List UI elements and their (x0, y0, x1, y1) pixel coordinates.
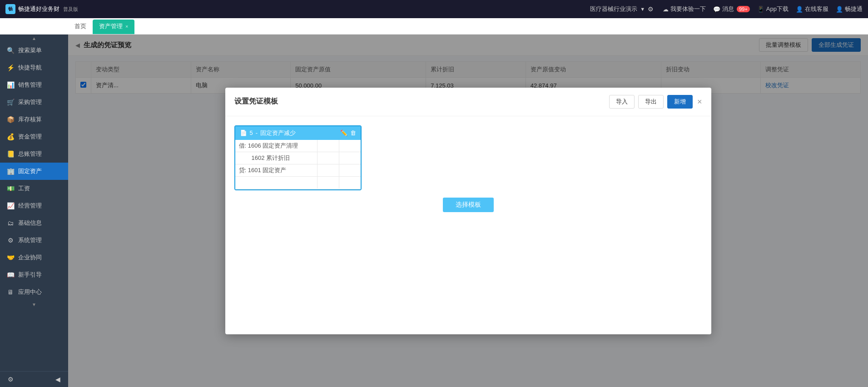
online-service-btn[interactable]: 👤 在线客服 (796, 5, 828, 13)
bottom-settings-icon[interactable]: ⚙ (6, 375, 15, 383)
service-icon: 👤 (796, 6, 803, 13)
modal-overlay: 设置凭证模板 导入 导出 新增 × (68, 35, 868, 387)
main-layout: ▲ 🔍 搜索菜单 ⚡ 快捷导航 📊 销售管理 🛒 采购管理 📦 库存核算 💰 资… (0, 35, 868, 387)
template-number: 5 (250, 129, 253, 136)
search-icon: 🔍 (6, 46, 15, 55)
sidebar-label-inventory: 库存核算 (18, 115, 42, 124)
modal-header: 设置凭证模板 导入 导出 新增 × (225, 88, 711, 116)
logo-icon: 畅 (5, 4, 15, 14)
inventory-icon: 📦 (6, 115, 15, 124)
template-delete-icon[interactable]: 🗑 (350, 129, 356, 136)
user-btn[interactable]: 👤 畅捷通 (836, 5, 863, 13)
sidebar-scroll-down[interactable]: ▼ (0, 301, 68, 308)
basic-info-icon: 🗂 (6, 219, 15, 227)
guide-icon: 📖 (6, 271, 15, 279)
message-btn[interactable]: 💬 消息 99+ (713, 5, 750, 13)
sidebar-item-system[interactable]: ⚙ 系统管理 (0, 232, 68, 249)
company-selector[interactable]: 医疗器械行业演示 ▼ ⚙ (590, 5, 654, 13)
template-card-body: 借: 1606 固定资产清理 1602 累计折旧 贷: 1601 固定资产 (235, 140, 361, 189)
experience-btn[interactable]: ☁ 我要体验一下 (663, 5, 706, 13)
template-card-header: 📄 5 - 固定资产减少 ✏️ 🗑 (235, 126, 361, 140)
app-subtitle: 普及版 (63, 6, 78, 12)
import-btn[interactable]: 导入 (609, 95, 635, 109)
tab-home-label: 首页 (74, 22, 86, 30)
sidebar-bottom: ⚙ ◀ (0, 371, 68, 387)
sidebar-label-enterprise: 企业协同 (18, 253, 42, 262)
sidebar-label-finance: 资金管理 (18, 133, 42, 141)
dropdown-icon: ▼ (640, 6, 645, 12)
tab-close-icon[interactable]: × (125, 24, 128, 29)
sidebar-item-operations[interactable]: 📈 经营管理 (0, 197, 68, 214)
top-header: 畅 畅捷通好业务财 普及版 医疗器械行业演示 ▼ ⚙ ☁ 我要体验一下 💬 消息… (0, 0, 868, 18)
debit-label-1: 借: 1606 固定资产清理 (235, 140, 317, 152)
bottom-collapse-icon[interactable]: ◀ (54, 375, 62, 383)
credit-label-1: 贷: 1601 固定资产 (235, 164, 317, 176)
tab-asset-management[interactable]: 资产管理 × (93, 20, 134, 34)
user-icon: 👤 (836, 6, 843, 13)
debit-col-1b (339, 140, 361, 152)
sidebar-label-guide: 新手引导 (18, 271, 42, 279)
empty-col (317, 177, 339, 189)
company-name: 医疗器械行业演示 (590, 5, 637, 13)
quicknav-icon: ⚡ (6, 64, 15, 72)
experience-icon: ☁ (663, 6, 669, 13)
header-actions: ☁ 我要体验一下 💬 消息 99+ 📱 App下载 👤 在线客服 👤 畅捷通 (663, 5, 863, 13)
download-icon: 📱 (757, 6, 764, 13)
template-debit-row-1: 借: 1606 固定资产清理 (235, 140, 361, 152)
sidebar-item-ledger[interactable]: 📒 总账管理 (0, 145, 68, 163)
sidebar-item-payroll[interactable]: 💵 工资 (0, 180, 68, 197)
template-header-left: 📄 5 - 固定资产减少 (240, 129, 296, 137)
sidebar-item-inventory[interactable]: 📦 库存核算 (0, 111, 68, 128)
modal-close-btn[interactable]: × (697, 98, 702, 106)
empty-label (235, 181, 317, 184)
template-separator: - (256, 129, 258, 136)
sidebar-item-fixed-assets[interactable]: 🏢 固定资产 (0, 163, 68, 180)
sidebar-item-purchase[interactable]: 🛒 采购管理 (0, 94, 68, 111)
template-debit-row-2: 1602 累计折旧 (235, 152, 361, 164)
new-btn[interactable]: 新增 (667, 95, 693, 109)
enterprise-icon: 🤝 (6, 253, 15, 262)
modal-body: 📄 5 - 固定资产减少 ✏️ 🗑 (225, 116, 711, 334)
sidebar-label-payroll: 工资 (18, 184, 30, 193)
sidebar-item-sales[interactable]: 📊 销售管理 (0, 76, 68, 94)
sidebar-label-quicknav: 快捷导航 (18, 64, 42, 72)
template-doc-icon: 📄 (240, 129, 247, 136)
sidebar-label-search: 搜索菜单 (18, 46, 42, 55)
credit-col-1b (339, 164, 361, 176)
tab-bar: 首页 资产管理 × (0, 18, 868, 35)
app-download-btn[interactable]: 📱 App下载 (757, 5, 789, 13)
message-icon: 💬 (713, 6, 720, 13)
sidebar-item-guide[interactable]: 📖 新手引导 (0, 266, 68, 283)
message-badge: 99+ (737, 6, 750, 12)
sidebar-item-app-center[interactable]: 🖥 应用中心 (0, 283, 68, 301)
export-btn[interactable]: 导出 (638, 95, 664, 109)
sidebar-label-app-center: 应用中心 (18, 288, 42, 296)
modal-title: 设置凭证模板 (234, 97, 278, 106)
operations-icon: 📈 (6, 202, 15, 210)
template-header-actions: ✏️ 🗑 (340, 129, 356, 136)
tab-home[interactable]: 首页 (68, 20, 93, 34)
sidebar-label-basic-info: 基础信息 (18, 219, 42, 227)
sidebar-item-enterprise[interactable]: 🤝 企业协同 (0, 249, 68, 266)
app-center-icon: 🖥 (6, 288, 15, 296)
ledger-icon: 📒 (6, 150, 15, 158)
debit-col-2 (317, 152, 339, 164)
sidebar: ▲ 🔍 搜索菜单 ⚡ 快捷导航 📊 销售管理 🛒 采购管理 📦 库存核算 💰 资… (0, 35, 68, 387)
template-card: 📄 5 - 固定资产减少 ✏️ 🗑 (234, 125, 362, 190)
sidebar-item-basic-info[interactable]: 🗂 基础信息 (0, 214, 68, 232)
modal-toolbar: 导入 导出 新增 (609, 95, 693, 109)
settings-icon[interactable]: ⚙ (648, 5, 654, 13)
fixed-assets-icon: 🏢 (6, 167, 15, 175)
sidebar-item-finance[interactable]: 💰 资金管理 (0, 128, 68, 145)
template-edit-icon[interactable]: ✏️ (340, 129, 347, 136)
select-template-btn[interactable]: 选择模板 (443, 198, 494, 212)
tab-asset-label: 资产管理 (99, 22, 123, 30)
sidebar-label-sales: 销售管理 (18, 81, 42, 89)
credit-col-1 (317, 164, 339, 176)
sidebar-label-system: 系统管理 (18, 236, 42, 244)
sidebar-item-search[interactable]: 🔍 搜索菜单 (0, 42, 68, 59)
sidebar-scroll-up[interactable]: ▲ (0, 35, 68, 42)
template-credit-row-1: 贷: 1601 固定资产 (235, 164, 361, 177)
modal-dialog: 设置凭证模板 导入 导出 新增 × (225, 88, 711, 334)
sidebar-item-quicknav[interactable]: ⚡ 快捷导航 (0, 59, 68, 76)
